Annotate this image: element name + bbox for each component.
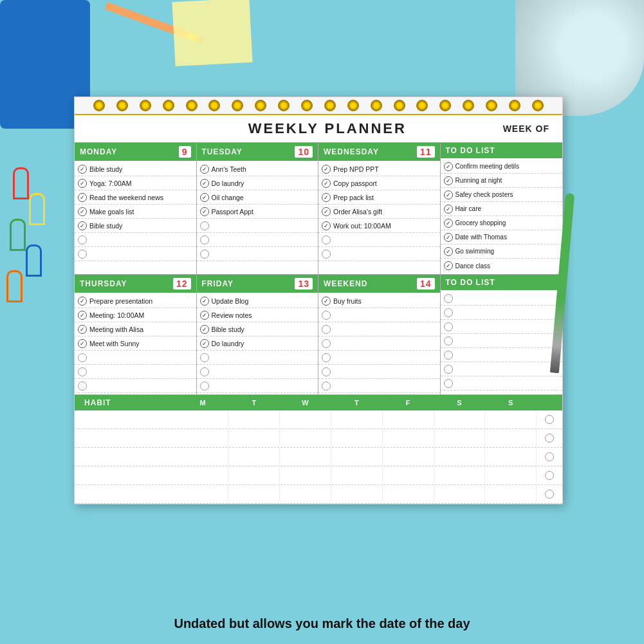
task-item[interactable]: Grocery shopping	[441, 216, 563, 230]
task-text: Running at night	[455, 177, 502, 184]
habit-check-f[interactable]	[383, 448, 434, 466]
habit-check-t[interactable]	[228, 429, 280, 447]
empty-task[interactable]	[318, 365, 440, 379]
habit-check-w[interactable]	[280, 429, 331, 447]
task-item[interactable]: Buy fruits	[318, 294, 440, 308]
habit-check-th[interactable]	[331, 485, 383, 503]
habit-todo-check	[537, 434, 562, 443]
habit-check-sa[interactable]	[434, 448, 486, 466]
empty-task[interactable]	[197, 379, 318, 393]
habit-check-th[interactable]	[331, 448, 383, 466]
empty-task[interactable]	[197, 233, 318, 247]
habit-check-t[interactable]	[228, 410, 280, 428]
habit-check-sa[interactable]	[434, 429, 486, 447]
empty-task[interactable]	[441, 362, 563, 376]
task-item[interactable]: Meeting: 10:00AM	[75, 308, 196, 322]
task-item[interactable]: Meet with Sunny	[75, 336, 196, 351]
task-item[interactable]: Prepare presentation	[75, 294, 196, 308]
empty-task[interactable]	[75, 233, 196, 247]
task-text: Ann's Teeth	[212, 165, 246, 173]
task-item[interactable]: Dance class	[441, 259, 563, 273]
habit-check-m[interactable]	[178, 410, 229, 428]
task-item[interactable]: Review notes	[197, 308, 318, 322]
empty-task[interactable]	[75, 247, 196, 261]
habit-check-f[interactable]	[383, 429, 434, 447]
task-item[interactable]: Oil change	[197, 190, 318, 205]
empty-task[interactable]	[441, 376, 563, 391]
empty-task[interactable]	[441, 291, 563, 306]
task-item[interactable]: Go swimming	[441, 244, 563, 259]
habit-check-th[interactable]	[331, 429, 383, 447]
task-item[interactable]: Read the weekend news	[75, 190, 196, 205]
clip-yellow	[29, 193, 45, 225]
habit-day-m: M	[178, 399, 229, 407]
task-item[interactable]: Work out: 10:00AM	[318, 219, 440, 233]
habit-check-w[interactable]	[280, 485, 331, 503]
empty-task[interactable]	[318, 351, 440, 365]
check-icon	[200, 207, 209, 216]
task-item[interactable]: Meeting with Alisa	[75, 322, 196, 336]
task-item[interactable]: Order Alisa's gift	[318, 205, 440, 219]
habit-check-f[interactable]	[383, 410, 434, 428]
empty-task[interactable]	[197, 351, 318, 365]
habit-check-su[interactable]	[485, 410, 537, 428]
empty-task[interactable]	[318, 247, 440, 261]
habit-check-sa[interactable]	[434, 410, 486, 428]
task-item[interactable]: Ann's Teeth	[197, 162, 318, 176]
task-item[interactable]: Prep pack list	[318, 190, 440, 205]
empty-task[interactable]	[75, 351, 196, 365]
task-item[interactable]: Passport Appt	[197, 205, 318, 219]
task-text: Meeting: 10:00AM	[89, 311, 144, 319]
empty-task[interactable]	[197, 219, 318, 233]
empty-task[interactable]	[318, 336, 440, 351]
task-item[interactable]: Update Blog	[197, 294, 318, 308]
habit-check-su[interactable]	[485, 485, 537, 503]
habit-check-m[interactable]	[178, 429, 229, 447]
empty-task[interactable]	[197, 247, 318, 261]
empty-task[interactable]	[318, 322, 440, 336]
task-item[interactable]: Prep NPD PPT	[318, 162, 440, 176]
task-item[interactable]: Bible study	[197, 322, 318, 336]
habit-check-w[interactable]	[280, 448, 331, 466]
task-item[interactable]: Bible study	[75, 219, 196, 233]
habit-check-t[interactable]	[228, 485, 280, 503]
task-item[interactable]: Running at night	[441, 174, 563, 188]
habit-check-f[interactable]	[383, 466, 434, 484]
empty-task[interactable]	[318, 233, 440, 247]
task-item[interactable]: Make goals list	[75, 205, 196, 219]
empty-task[interactable]	[441, 320, 563, 334]
task-item[interactable]: Date with Thomas	[441, 230, 563, 244]
habit-check-su[interactable]	[485, 466, 537, 484]
empty-task[interactable]	[318, 379, 440, 393]
task-item[interactable]: Hair care	[441, 202, 563, 216]
task-item[interactable]: Copy passport	[318, 176, 440, 190]
empty-task[interactable]	[75, 365, 196, 379]
habit-check-m[interactable]	[178, 485, 229, 503]
habit-check-sa[interactable]	[434, 466, 486, 484]
empty-task[interactable]	[318, 308, 440, 322]
spiral	[532, 100, 544, 111]
habit-check-su[interactable]	[485, 448, 537, 466]
empty-task[interactable]	[441, 348, 563, 362]
habit-check-m[interactable]	[178, 448, 229, 466]
habit-check-w[interactable]	[280, 466, 331, 484]
task-item[interactable]: Bible study	[75, 162, 196, 176]
empty-task[interactable]	[441, 306, 563, 320]
habit-check-su[interactable]	[485, 429, 537, 447]
task-item[interactable]: Do laundry	[197, 176, 318, 190]
habit-check-sa[interactable]	[434, 485, 486, 503]
habit-check-f[interactable]	[383, 485, 434, 503]
task-item[interactable]: Yoga: 7:00AM	[75, 176, 196, 190]
habit-check-t[interactable]	[228, 448, 280, 466]
empty-task[interactable]	[75, 379, 196, 393]
empty-task[interactable]	[441, 334, 563, 348]
task-item[interactable]: Safey check posters	[441, 188, 563, 202]
empty-task[interactable]	[197, 365, 318, 379]
habit-check-th[interactable]	[331, 466, 383, 484]
task-item[interactable]: Do laundry	[197, 336, 318, 351]
habit-check-m[interactable]	[178, 466, 229, 484]
task-item[interactable]: Confirm meeting detils	[441, 160, 563, 174]
habit-check-th[interactable]	[331, 410, 383, 428]
habit-check-w[interactable]	[280, 410, 331, 428]
habit-check-t[interactable]	[228, 466, 280, 484]
